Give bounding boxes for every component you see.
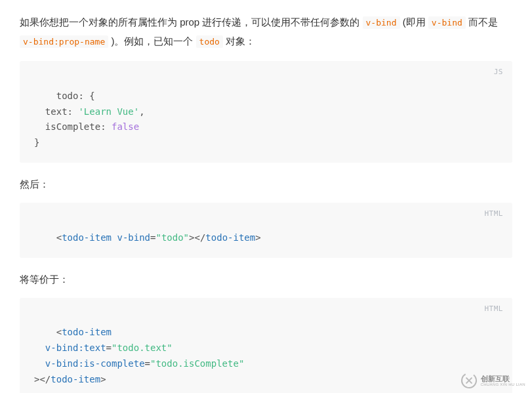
code-eq: = xyxy=(106,342,112,353)
code-punct: < xyxy=(56,232,62,243)
code-line: isComplete: xyxy=(34,121,112,132)
then-label: 然后： xyxy=(20,178,512,191)
code-attr: v-bind xyxy=(117,232,150,243)
code-tag: todo-item xyxy=(62,232,112,243)
code-tag: todo-item xyxy=(205,232,255,243)
code-attr: v-bind:text xyxy=(34,342,106,353)
intro-text: 而不是 xyxy=(466,16,498,28)
code-block-html-short: HTML<todo-item v-bind="todo"></todo-item… xyxy=(20,203,512,258)
code-inline-vbind: v-bind xyxy=(428,16,466,29)
intro-text: )。例如，已知一个 xyxy=(108,35,195,47)
code-block-html-expanded: HTML<todo-item v-bind:text="todo.text" v… xyxy=(20,298,512,393)
code-line: text: xyxy=(34,106,78,117)
code-block-js: JStodo: { text: 'Learn Vue', isComplete:… xyxy=(20,61,512,163)
code-string: 'Learn Vue' xyxy=(78,106,139,117)
code-inline-vbind: v-bind xyxy=(363,16,400,29)
code-punct: </ xyxy=(39,374,51,384)
code-keyword: false xyxy=(112,121,139,132)
code-string: "todo" xyxy=(155,232,189,243)
code-punct: < xyxy=(56,327,62,337)
code-line: todo: { xyxy=(56,91,95,101)
code-tag: todo-item xyxy=(51,374,100,384)
equiv-label: 将等价于： xyxy=(20,274,512,286)
code-tag: todo-item xyxy=(62,327,112,337)
code-attr: v-bind:is-complete xyxy=(34,358,145,369)
intro-text: 如果你想把一个对象的所有属性作为 prop 进行传递，可以使用不带任何参数的 xyxy=(20,16,363,28)
code-string: "todo.isComplete" xyxy=(150,358,244,369)
code-punct: > xyxy=(255,232,260,243)
code-punct: </ xyxy=(194,232,205,243)
code-line: } xyxy=(34,137,39,148)
intro-paragraph: 如果你想把一个对象的所有属性作为 prop 进行传递，可以使用不带任何参数的 v… xyxy=(20,13,512,51)
code-lang-label: HTML xyxy=(485,208,504,220)
watermark-icon xyxy=(460,372,478,389)
code-punct: > xyxy=(100,374,106,384)
code-inline-vbind-propname: v-bind:prop-name xyxy=(20,35,108,48)
intro-text: 对象： xyxy=(223,35,255,47)
intro-text: (即用 xyxy=(400,16,428,28)
watermark-text-en: CHUANG XIN HU LIAN xyxy=(481,383,525,387)
code-line: , xyxy=(139,106,144,117)
watermark-logo: 创新互联 CHUANG XIN HU LIAN xyxy=(460,372,525,389)
code-lang-label: JS xyxy=(494,66,503,79)
code-inline-todo: todo xyxy=(196,35,223,48)
code-lang-label: HTML xyxy=(485,303,504,316)
watermark-text-cn: 创新互联 xyxy=(481,375,525,383)
code-eq: = xyxy=(145,358,150,369)
code-string: "todo.text" xyxy=(112,342,173,353)
